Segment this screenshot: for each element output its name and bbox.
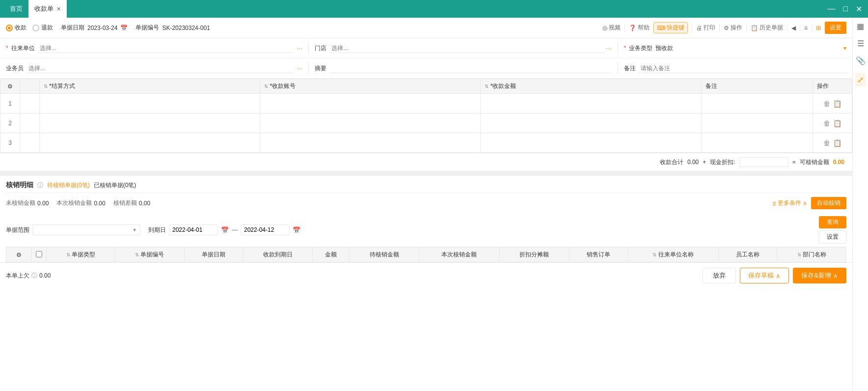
row-2-beizhu[interactable] [701, 113, 813, 133]
more-conditions-btn[interactable]: ⧖ 更多条件 ∧ [772, 199, 807, 207]
nav-layout1-action[interactable]: ≡ [800, 25, 808, 31]
row-3-num-extra [20, 133, 40, 153]
row-1-delete[interactable]: 🗑 [823, 100, 830, 108]
filter-btn-col: 查询 设置 [819, 216, 846, 244]
table-rownum-col [20, 79, 40, 94]
bottom-table: ⚙ ⇅ 单据类型 ⇅ 单据编号 单据日期 收款到期日 [6, 247, 846, 262]
totals-equals: = [792, 159, 796, 166]
yewuyuan-label: 业务员 [6, 64, 24, 73]
benjin-info-icon[interactable]: ⓘ [31, 272, 37, 280]
maximize-btn[interactable]: □ [841, 4, 850, 14]
row-2-jine[interactable] [481, 113, 701, 133]
save-draft-btn[interactable]: 保存草稿 ∧ [740, 268, 789, 283]
hediao-setting-btn[interactable]: 设置 [819, 230, 846, 244]
row-3-delete[interactable]: 🗑 [823, 139, 830, 147]
hediao-tab-done[interactable]: 已核销单据(0笔) [94, 181, 136, 190]
zhaiyao-input[interactable] [329, 64, 611, 73]
history-action[interactable]: 📋 历史单据 [746, 24, 783, 32]
radio-shoukuan[interactable]: 收款 [6, 24, 27, 32]
row-1-beizhu[interactable] [701, 94, 813, 113]
jine-sort[interactable]: ⇅ [485, 84, 488, 89]
row-1-copy[interactable]: 📋 [833, 100, 841, 108]
table-row: 2 🗑 📋 [0, 113, 852, 133]
settings-button[interactable]: 设置 [825, 22, 846, 34]
bt-check-col[interactable] [31, 248, 46, 262]
wanglaidanwei-more[interactable]: ··· [297, 44, 303, 52]
nav-tab-shoukuan[interactable]: 收款单 ✕ [28, 0, 67, 18]
shortcut-action[interactable]: ⌨ 快捷键 [653, 22, 688, 33]
divider-3 [308, 62, 309, 74]
row-2-jiesuan[interactable] [40, 113, 260, 133]
bt-gear-col[interactable]: ⚙ [6, 248, 32, 262]
daoqiri-end-cal[interactable]: 📅 [293, 226, 300, 234]
shoukuan-tab-close[interactable]: ✕ [56, 6, 61, 12]
video-action[interactable]: ◎ 视频 [598, 24, 621, 32]
bt-shoukuandaoqiri-col: 收款到期日 [243, 248, 313, 262]
mendian-label: 门店 [315, 44, 326, 53]
save-new-btn[interactable]: 保存&新增 ∧ [793, 268, 846, 283]
row-3-copy[interactable]: 📋 [833, 139, 841, 147]
print-action[interactable]: 🖨 打印 [692, 24, 715, 32]
right-panel-expand-icon[interactable]: ⤢ [855, 73, 866, 86]
row-2-copy[interactable]: 📋 [833, 119, 841, 127]
nav-prev-action[interactable]: ◀ [787, 25, 796, 31]
help-action[interactable]: ❓ 帮助 [624, 24, 650, 32]
right-panel-clip-icon[interactable]: 📎 [856, 56, 866, 65]
receipt-type-radio: 收款 退款 [6, 24, 53, 32]
row-1-jiesuan[interactable] [40, 94, 260, 113]
operate-action[interactable]: ⚙ 操作 [719, 24, 742, 32]
wanglai-sort[interactable]: ⇅ [652, 252, 656, 257]
table-gear-col[interactable]: ⚙ [0, 79, 20, 94]
row-2-zhanghu[interactable] [260, 113, 481, 133]
footer-actions: 放弃 保存草稿 ∧ 保存&新增 ∧ [703, 268, 846, 283]
daoqiri-end-input[interactable] [241, 224, 290, 235]
yewuyuan-more[interactable]: ··· [297, 64, 303, 72]
row-2-delete[interactable]: 🗑 [823, 119, 830, 127]
row-1-jine[interactable] [481, 94, 701, 113]
bumen-sort[interactable]: ⇅ [797, 252, 801, 257]
hediao-info-icon[interactable]: ⓘ [37, 181, 43, 190]
row-1-zhanghu[interactable] [260, 94, 481, 113]
yewuyuan-input[interactable] [27, 64, 294, 73]
abandon-btn[interactable]: 放弃 [703, 268, 736, 283]
mendian-input[interactable] [329, 44, 603, 53]
right-panel-table-icon[interactable]: ▦ [857, 22, 864, 31]
yewuleixing-cell: * 业务类型 预收款 ▾ [624, 44, 846, 53]
row-3-zhanghu[interactable] [260, 133, 481, 153]
radio-dot-tuikuan [32, 25, 39, 31]
danju-riqi-calendar[interactable]: 📅 [120, 25, 128, 31]
yewuleixing-dropdown[interactable]: ▾ [843, 45, 846, 52]
daoqiri-start-cal[interactable]: 📅 [221, 226, 229, 234]
bt-check-all[interactable] [36, 251, 42, 257]
radio-dot-shoukuan [6, 25, 13, 31]
wanglaidanwei-input[interactable] [38, 44, 294, 53]
query-btn[interactable]: 查询 [819, 216, 846, 228]
table-row: 1 🗑 📋 [0, 94, 852, 113]
totals-row: 收款合计 0.00 + 现金折扣: = 可核销金额 0.00 [0, 153, 852, 171]
nav-tab-home[interactable]: 首页 [4, 0, 28, 18]
jiesuan-sort[interactable]: ⇅ [44, 84, 48, 89]
mendian-more[interactable]: ··· [606, 44, 612, 52]
right-panel: ▦ ☰ 📎 ⤢ [852, 18, 868, 391]
minimize-btn[interactable]: — [825, 4, 837, 14]
hediao-tab-pending[interactable]: 待核销单据(0笔) [47, 181, 90, 190]
row-3-jiesuan[interactable] [40, 133, 260, 153]
danju-bianhao-label: 单据编号 [136, 24, 159, 32]
close-btn[interactable]: ✕ [854, 4, 864, 14]
beizhu-input[interactable] [639, 64, 846, 73]
zhanghu-sort[interactable]: ⇅ [264, 84, 268, 89]
auto-hexiao-btn[interactable]: 自动核销 [811, 197, 846, 209]
shoukuan-heji-label: 收款合计 [660, 158, 683, 167]
danjuleixing-sort[interactable]: ⇅ [66, 252, 70, 257]
radio-tuikuan[interactable]: 退款 [32, 24, 53, 32]
daoqiri-start-input[interactable] [169, 224, 218, 235]
row-3-jine[interactable] [481, 133, 701, 153]
danjubianma-sort[interactable]: ⇅ [135, 252, 139, 257]
danjufanwei-select[interactable]: ▾ [32, 224, 140, 235]
main-table-area: ⚙ ⇅ *结算方式 ⇅ *收款账号 ⇅ *收款金额 [0, 79, 852, 153]
xianjian-zheke-input[interactable] [739, 157, 788, 167]
row-3-beizhu[interactable] [701, 133, 813, 153]
danju-bianhao-field: 单据编号 SK-20230324-001 [136, 24, 210, 32]
nav-layout2-action[interactable]: ⊞ [812, 25, 821, 31]
right-panel-list-icon[interactable]: ☰ [857, 39, 864, 48]
